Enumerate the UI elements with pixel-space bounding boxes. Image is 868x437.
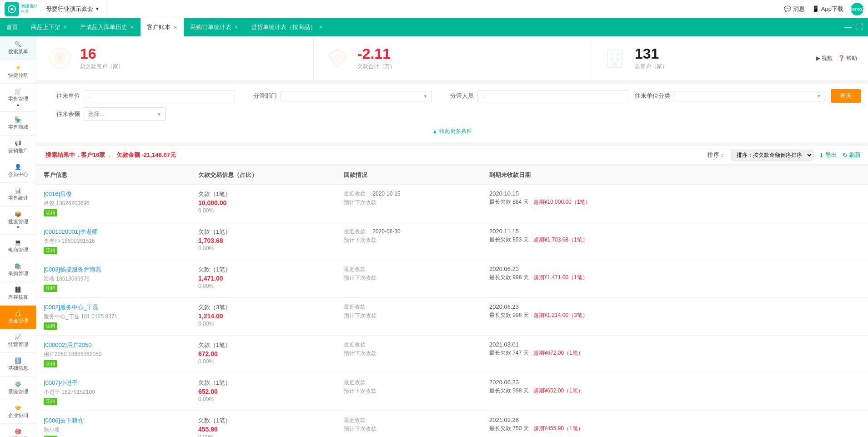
app-download-label: App下载 bbox=[821, 5, 843, 13]
customer-name-5[interactable]: [0007]小进干 bbox=[44, 379, 198, 387]
sidebar-item-inventory[interactable]: 🗄️ 库存核算 bbox=[0, 282, 36, 306]
stat-number-total: 131 bbox=[635, 46, 809, 61]
svg-text:¥: ¥ bbox=[58, 55, 62, 62]
debt-info-3: 欠款（3笔） 1,214.00 0.00% bbox=[198, 303, 344, 327]
customer-tag-5: 现销 bbox=[44, 398, 57, 405]
sidebar-item-finance[interactable]: 💰 资金管理 bbox=[0, 306, 36, 329]
filter-source-unit-input[interactable]: ... bbox=[84, 90, 235, 102]
overdue-link-4[interactable]: 超期¥672.00（1笔） bbox=[533, 350, 583, 356]
overdue-info-1: 2020.11.15 最长欠款 853 天 超期¥1,703.68（1笔） bbox=[489, 228, 861, 244]
filter-manager-input[interactable]: ... bbox=[477, 90, 629, 102]
ops-mgmt-icon: 📈 bbox=[2, 334, 34, 340]
newbie-icon: 🎯 bbox=[2, 428, 34, 435]
overdue-link-6[interactable]: 超期¥455.90（1笔） bbox=[533, 425, 583, 432]
customer-contact-4: 用户2050 18665062050 bbox=[44, 351, 198, 358]
user-menu[interactable]: demo2 bbox=[851, 3, 863, 15]
debt-info-4: 欠款（1笔） 672.00 0.00% bbox=[198, 341, 344, 365]
help-btn[interactable]: ❓ 帮助 bbox=[838, 55, 857, 62]
sidebar-item-basic-info[interactable]: ℹ️ 基础信息 bbox=[0, 353, 36, 377]
payback-last-label-4: 最近收款 bbox=[344, 342, 366, 348]
logo: 畅捷通好生意 bbox=[5, 2, 41, 16]
message-btn[interactable]: 💬 消息 bbox=[784, 5, 805, 13]
customer-name-4[interactable]: [000002]用户2050 bbox=[44, 341, 198, 349]
finance-icon: 💰 bbox=[2, 310, 34, 316]
tab-purchase-order-close[interactable]: ✕ bbox=[234, 25, 238, 30]
customer-name-0[interactable]: [0016]吕俊 bbox=[44, 190, 198, 198]
sidebar-item-newbie[interactable]: 🎯 新手引导 bbox=[0, 424, 36, 437]
overdue-link-0[interactable]: 超期¥10,000.00（1笔） bbox=[533, 199, 591, 205]
sidebar-item-ops-mgmt[interactable]: 📈 经营管理 bbox=[0, 329, 36, 353]
filter-source-category-input[interactable]: ▼ bbox=[674, 91, 825, 101]
filter-source-unit: 往来单位 ... bbox=[44, 90, 235, 102]
video-btn[interactable]: ▶ 视频 bbox=[816, 55, 833, 62]
debt-amount-5: 652.00 bbox=[198, 388, 344, 395]
debt-percent-6: 0.00% bbox=[198, 434, 344, 437]
debt-count-4: 欠款（1笔） bbox=[198, 341, 344, 349]
overdue-link-5[interactable]: 超期¥652.00（1笔） bbox=[533, 387, 583, 394]
stat-card-overdue-amount: -2.11 欠款合计（万） bbox=[314, 36, 591, 80]
sidebar-basic-info-label: 基础信息 bbox=[2, 365, 34, 372]
payback-last-label-6: 最近收款 bbox=[344, 417, 366, 423]
col-debt: 欠款交易信息（占比） bbox=[198, 171, 344, 179]
sidebar-item-retail-stats[interactable]: 📊 零售统计 bbox=[0, 183, 36, 206]
overdue-date-3: 2020.06.23 bbox=[489, 303, 861, 310]
retail-mgmt-icon: 🛒 bbox=[2, 88, 34, 95]
query-button[interactable]: 查询 bbox=[831, 89, 861, 103]
collapse-bar[interactable]: ▲ 收起更多条件 bbox=[44, 126, 861, 137]
sidebar-item-ecommerce[interactable]: 💻 电商管理 bbox=[0, 235, 36, 258]
stat-label-total: 总客户（家） bbox=[635, 63, 809, 70]
tab-purchase-stats[interactable]: 进货单统计表（按商品） ✕ bbox=[245, 18, 329, 36]
system-select[interactable]: 母婴行业演示账套 ▼ bbox=[41, 0, 106, 18]
sidebar-marketing-label: 营销推广 bbox=[2, 147, 34, 154]
payback-next-label-3: 预计下次收款 bbox=[344, 312, 376, 319]
overdue-link-2[interactable]: 超期¥1,471.00（1笔） bbox=[533, 274, 588, 281]
sidebar-item-purchase-mgmt[interactable]: 🛍️ 采购管理 bbox=[0, 258, 36, 282]
sidebar-item-retail-mgmt[interactable]: 🛒 零售管理 ▲ bbox=[0, 84, 36, 112]
filter-manager: 分管人员 ... bbox=[437, 90, 629, 102]
sort-select[interactable]: 排序：按欠款金额倒序排序 bbox=[731, 150, 813, 161]
stat-coin-icon: ¥ bbox=[47, 45, 73, 71]
customer-info-4: [000002]用户2050 用户2050 18665062050 现销 bbox=[44, 341, 198, 367]
sidebar-item-member[interactable]: 👤 会员中心 bbox=[0, 159, 36, 183]
sidebar-item-corp[interactable]: 🤝 企业协同 bbox=[0, 400, 36, 424]
batch-mgmt-arrow-icon: ▼ bbox=[2, 225, 34, 230]
col-payback: 回款情况 bbox=[344, 171, 489, 179]
tab-product-history-close[interactable]: ✕ bbox=[130, 25, 134, 30]
refresh-btn[interactable]: ↻ 刷新 bbox=[843, 151, 861, 159]
top-bar: 畅捷通好生意 母婴行业演示账套 ▼ 💬 消息 📱 App下载 demo2 bbox=[0, 0, 868, 18]
nav-minimize-icon[interactable]: — bbox=[844, 23, 852, 31]
tab-home[interactable]: 首页 bbox=[0, 18, 25, 36]
sidebar-item-retail-store[interactable]: 🏪 零售商城 bbox=[0, 112, 36, 136]
customer-info-6: [0006]去下粮仓 陈小希 现销 bbox=[44, 417, 198, 437]
sidebar-item-search[interactable]: 🔍 搜索菜单 bbox=[0, 36, 36, 60]
tab-customer-account[interactable]: 客户账本 ✕ bbox=[140, 18, 184, 36]
overdue-link-3[interactable]: 超期¥1,214.00（3笔） bbox=[533, 312, 588, 318]
customer-name-6[interactable]: [0006]去下粮仓 bbox=[44, 417, 198, 425]
sidebar-item-marketing[interactable]: 📢 营销推广 bbox=[0, 136, 36, 159]
filter-balance: 往来余额 选择... ▼ bbox=[44, 107, 861, 121]
tab-customer-account-close[interactable]: ✕ bbox=[173, 25, 177, 30]
app-download-btn[interactable]: 📱 App下载 bbox=[812, 5, 843, 13]
customer-name-3[interactable]: [0002]服务中心_丁磊 bbox=[44, 303, 198, 311]
logo-icon bbox=[5, 2, 19, 16]
overdue-link-1[interactable]: 超期¥1,703.68（1笔） bbox=[533, 236, 588, 243]
tab-product-shelf[interactable]: 商品上下架 ✕ bbox=[25, 18, 74, 36]
payback-info-1: 最近收款 2020-06-30 预计下次收款 bbox=[344, 228, 489, 245]
export-btn[interactable]: ⬇ 导出 bbox=[819, 151, 837, 159]
tab-product-shelf-close[interactable]: ✕ bbox=[63, 25, 67, 30]
sidebar-item-batch-mgmt[interactable]: 📦 批发管理 ▼ bbox=[0, 206, 36, 235]
tab-purchase-order[interactable]: 采购订单统计表 ✕ bbox=[184, 18, 245, 36]
filter-balance-input[interactable]: 选择... ▼ bbox=[84, 107, 166, 121]
nav-maximize-icon[interactable]: ⛶ bbox=[856, 23, 863, 31]
sidebar-item-quick-nav[interactable]: ⚡ 快捷导航 bbox=[0, 60, 36, 84]
customer-name-2[interactable]: [0003]畅捷服务尹海燕 bbox=[44, 266, 198, 274]
filter-dept-input[interactable]: ▼ bbox=[281, 91, 432, 101]
tab-purchase-stats-close[interactable]: ✕ bbox=[319, 25, 323, 30]
payback-last-5: 最近收款 bbox=[344, 379, 489, 387]
sidebar-ops-mgmt-label: 经营管理 bbox=[2, 341, 34, 348]
customer-name-1[interactable]: [0001020001]李老师 bbox=[44, 228, 198, 236]
tab-product-history[interactable]: 产成品入库单历史 ✕ bbox=[74, 18, 140, 36]
payback-next-label-0: 预计下次收款 bbox=[344, 199, 376, 206]
sidebar-item-system[interactable]: ⚙️ 系统管理 bbox=[0, 377, 36, 400]
debt-count-1: 欠款（1笔） bbox=[198, 228, 344, 236]
